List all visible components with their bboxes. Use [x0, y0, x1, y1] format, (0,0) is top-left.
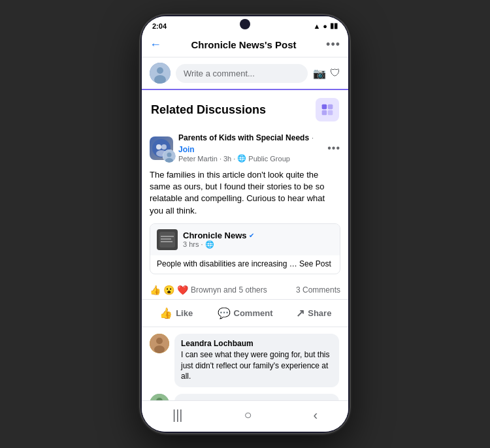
- svg-point-19: [156, 338, 163, 344]
- svg-rect-16: [161, 238, 171, 240]
- bottom-nav-back[interactable]: ‹: [313, 408, 318, 423]
- post-sub-meta: Peter Martin · 3h · 🌐 Public Group: [178, 154, 322, 163]
- post-card: Parents of Kids with Special Needs · Joi…: [142, 127, 348, 400]
- sticker-icon[interactable]: 🛡: [330, 67, 340, 79]
- svg-point-12: [167, 152, 172, 157]
- svg-point-9: [161, 144, 167, 150]
- heart-emoji: ❤️: [177, 285, 188, 295]
- post-group-name: Parents of Kids with Special Needs: [178, 133, 309, 142]
- reaction-icons: 👍 😮 ❤️ Brownyn and 5 others: [150, 285, 267, 295]
- comment-icon: 💬: [218, 307, 231, 319]
- related-discussions-header: Related Discussions: [142, 90, 348, 127]
- svg-rect-6: [328, 110, 333, 116]
- globe-small-icon: 🌐: [205, 240, 214, 249]
- comment-button[interactable]: 💬 Comment: [210, 302, 279, 324]
- comment-author-1: Leandra Lochbaum: [181, 339, 333, 348]
- post-more-options[interactable]: •••: [327, 142, 340, 154]
- main-content: Related Discussions: [142, 90, 348, 400]
- share-label: Share: [308, 308, 331, 318]
- comment-bubble-2: Cara Jones I am SO grateful that more pe…: [174, 394, 339, 400]
- link-card-meta: Chronicle News ✔ 3 hrs · 🌐: [183, 231, 254, 249]
- share-icon: ↗: [296, 307, 304, 319]
- related-discussions-title: Related Discussions: [151, 103, 266, 117]
- like-emoji: 👍: [150, 285, 161, 295]
- join-group-link[interactable]: Join: [178, 145, 195, 154]
- top-comment-input[interactable]: Write a comment...: [176, 64, 308, 83]
- bottom-nav-menu[interactable]: |||: [172, 408, 183, 423]
- globe-icon: 🌐: [237, 154, 246, 163]
- current-user-avatar: [150, 63, 171, 84]
- comment-count[interactable]: 3 Comments: [296, 285, 340, 295]
- bottom-nav-home[interactable]: ○: [244, 408, 252, 423]
- like-button[interactable]: 👍 Like: [142, 302, 210, 324]
- post-meta: Parents of Kids with Special Needs · Joi…: [178, 133, 322, 163]
- phone-screen: 2:04 ▲ ● ▮▮ ← Chronicle News's Post ••• …: [142, 16, 348, 432]
- svg-point-1: [157, 67, 163, 74]
- svg-rect-15: [161, 236, 174, 237]
- comment-text-1: I can see what they were going for, but …: [181, 349, 333, 382]
- status-icons: ▲ ● ▮▮: [313, 22, 338, 30]
- signal-icon: ▲: [313, 22, 320, 30]
- related-discussions-icon-button[interactable]: [316, 98, 339, 121]
- post-text: The families in this article don't look …: [142, 167, 348, 223]
- camera-icon[interactable]: 📷: [313, 67, 326, 80]
- share-button[interactable]: ↗ Share: [280, 302, 348, 324]
- comment-avatar-1: [150, 334, 169, 353]
- like-label: Like: [176, 308, 193, 318]
- top-comment-input-area: Write a comment... 📷 🛡: [142, 57, 348, 90]
- like-icon: 👍: [159, 307, 172, 319]
- svg-rect-5: [322, 110, 327, 116]
- link-card-header: Chronicle News ✔ 3 hrs · 🌐: [150, 224, 340, 255]
- svg-point-20: [154, 345, 165, 353]
- comment-item: Cara Jones I am SO grateful that more pe…: [150, 394, 340, 400]
- more-options-button[interactable]: •••: [326, 38, 340, 52]
- group-avatar-inner: [163, 150, 176, 163]
- post-time: 3h: [223, 155, 231, 163]
- post-header: Parents of Kids with Special Needs · Joi…: [142, 127, 348, 167]
- link-card-logo: [157, 229, 178, 250]
- comment-label: Comment: [234, 308, 273, 318]
- reaction-users: Brownyn and 5 others: [191, 285, 267, 295]
- nav-bar: ← Chronicle News's Post •••: [142, 33, 348, 57]
- wifi-icon: ●: [323, 22, 327, 30]
- link-card-text: People with disabilities are increasing …: [150, 255, 340, 274]
- phone-shell: 2:04 ▲ ● ▮▮ ← Chronicle News's Post ••• …: [140, 15, 350, 433]
- reactions-row: 👍 😮 ❤️ Brownyn and 5 others 3 Comments: [142, 281, 348, 300]
- action-buttons: 👍 Like 💬 Comment ↗ Share: [142, 300, 348, 327]
- link-card[interactable]: Chronicle News ✔ 3 hrs · 🌐 People with d…: [150, 223, 340, 274]
- comment-item: Leandra Lochbaum I can see what they wer…: [150, 334, 340, 387]
- link-card-time: 3 hrs · 🌐: [183, 240, 254, 249]
- camera-notch: [240, 19, 250, 29]
- verified-icon: ✔: [249, 232, 254, 239]
- post-author: Peter Martin: [178, 155, 218, 163]
- link-card-source: Chronicle News: [183, 231, 247, 240]
- comment-icons: 📷 🛡: [313, 67, 340, 80]
- svg-rect-3: [322, 104, 327, 110]
- status-time: 2:04: [152, 22, 167, 30]
- bottom-nav: ||| ○ ‹: [142, 400, 348, 432]
- comment-bubble-1: Leandra Lochbaum I can see what they wer…: [174, 334, 339, 387]
- comment-avatar-2: [150, 394, 169, 400]
- wow-emoji: 😮: [163, 285, 174, 295]
- page-title: Chronicle News's Post: [167, 39, 321, 50]
- comments-section: Leandra Lochbaum I can see what they wer…: [142, 327, 348, 400]
- svg-rect-4: [328, 104, 333, 110]
- group-avatar: [150, 136, 173, 160]
- svg-rect-17: [161, 241, 172, 242]
- back-button[interactable]: ←: [150, 38, 161, 52]
- post-group-type: Public Group: [248, 155, 290, 163]
- battery-icon: ▮▮: [330, 22, 338, 30]
- svg-point-8: [156, 144, 161, 150]
